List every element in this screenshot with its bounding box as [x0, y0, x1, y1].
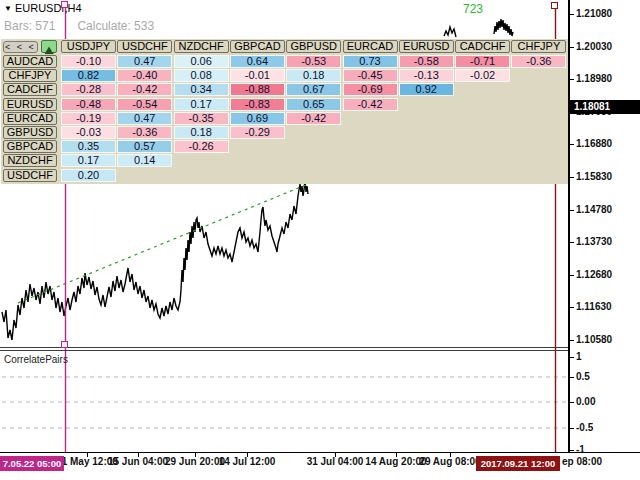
sub-axis-label: -0.5 [576, 422, 593, 433]
correlation-cell: -0.01 [230, 69, 285, 82]
correlation-cell: -0.03 [61, 126, 116, 139]
correlation-cell: 0.67 [286, 83, 341, 96]
correlation-cell: -0.10 [61, 55, 116, 68]
price-axis-label: 1.16880 [576, 138, 612, 149]
price-axis-label: 1.18980 [576, 73, 612, 84]
chart-icon [44, 45, 55, 55]
correlation-cell: -0.83 [230, 98, 285, 111]
matrix-nav-buttons[interactable]: < < < [3, 41, 38, 53]
correlation-cell: -0.36 [117, 126, 172, 139]
vline-anchor-handle[interactable] [61, 1, 68, 8]
correlation-cell: 0.57 [117, 140, 172, 153]
correlation-cell: -0.19 [61, 112, 116, 125]
time-axis-label: 14 Jul 12:00 [205, 456, 289, 467]
correlation-cell: 0.20 [61, 169, 116, 182]
matrix-row-label-nzdchf[interactable]: NZDCHF [3, 154, 57, 167]
matrix-column-header-cadchf[interactable]: CADCHF [455, 40, 510, 53]
correlation-cell: 0.47 [117, 112, 172, 125]
correlation-cell: 0.14 [117, 154, 172, 167]
correlation-cell: -0.02 [455, 69, 510, 82]
correlation-cell: 0.18 [174, 126, 229, 139]
price-axis-label: 1.12680 [576, 269, 612, 280]
mt4-chart-window: ▼EURUSDf,H4 Bars: 571Calculate: 533 723 … [0, 0, 640, 480]
correlation-cell: 0.69 [230, 112, 285, 125]
sub-axis-label: 0.5 [576, 371, 590, 382]
correlation-cell: -0.54 [117, 98, 172, 111]
correlation-cell: 0.17 [61, 154, 116, 167]
matrix-column-header-usdchf[interactable]: USDCHF [117, 40, 172, 53]
price-axis-label: 1.21080 [576, 8, 612, 19]
matrix-column-header-usdjpy[interactable]: USDJPY [61, 40, 116, 53]
matrix-column-header-eurcad[interactable]: EURCAD [343, 40, 398, 53]
calculate-count-label: Calculate: 533 [77, 19, 154, 33]
matrix-row-label-eurusd[interactable]: EURUSD [3, 98, 57, 111]
sub-axis-label: 0.00 [576, 396, 595, 407]
price-axis-label: 1.10580 [576, 334, 612, 345]
correlation-cell: -0.71 [455, 55, 510, 68]
correlation-cell: 0.73 [343, 55, 398, 68]
matrix-row-label-eurcad[interactable]: EURCAD [3, 112, 57, 125]
subwindow-divider[interactable] [0, 350, 568, 351]
right-vline-time-tag: 2017.09.21 12:00 [476, 456, 560, 471]
correlation-cell: -0.28 [61, 83, 116, 96]
correlation-cell: 0.17 [174, 98, 229, 111]
price-axis-label: 1.11630 [576, 301, 612, 312]
price-axis-label: 1.15830 [576, 171, 612, 182]
correlation-cell: -0.69 [343, 83, 398, 96]
chart-title: ▼EURUSDf,H4 [4, 2, 82, 14]
vline-anchor-handle[interactable] [551, 2, 558, 9]
correlation-cell: -0.42 [343, 98, 398, 111]
vline-anchor-handle[interactable] [61, 341, 68, 348]
matrix-row-label-audcad[interactable]: AUDCAD [3, 55, 57, 68]
symbol-timeframe-label: EURUSDf,H4 [15, 2, 82, 14]
price-axis-label: 1.13730 [576, 236, 612, 247]
subwindow-divider[interactable] [0, 347, 568, 348]
matrix-column-header-gbpusd[interactable]: GBPUSD [286, 40, 341, 53]
matrix-column-header-gbpcad[interactable]: GBPCAD [230, 40, 285, 53]
correlation-cell: -0.40 [117, 69, 172, 82]
time-axis-border [0, 452, 640, 453]
indicator-info-line: Bars: 571Calculate: 533 [4, 19, 176, 33]
matrix-column-header-chfjpy[interactable]: CHFJPY [511, 40, 566, 53]
matrix-row-label-cadchf[interactable]: CADCHF [3, 83, 57, 96]
price-series-peak [494, 19, 513, 36]
bars-count-label: Bars: 571 [4, 19, 55, 33]
price-axis-label: 1.20030 [576, 41, 612, 52]
correlation-cell: 0.65 [286, 98, 341, 111]
correlation-cell: -0.26 [174, 140, 229, 153]
price-series-peak [444, 27, 456, 37]
correlation-cell: 0.06 [174, 55, 229, 68]
correlation-cell: 0.64 [230, 55, 285, 68]
correlation-cell: -0.42 [286, 112, 341, 125]
correlation-cell: -0.53 [286, 55, 341, 68]
matrix-column-header-eurusd[interactable]: EURUSD [399, 40, 454, 53]
correlation-cell: -0.58 [399, 55, 454, 68]
price-axis-label: 1.14780 [576, 204, 612, 215]
correlation-cell: 0.34 [174, 83, 229, 96]
correlation-cell: 0.08 [174, 69, 229, 82]
matrix-row-label-gbpcad[interactable]: GBPCAD [3, 140, 57, 153]
left-vline-time-tag: 7.05.22 05:00 [0, 456, 64, 471]
sub-axis-label: 1 [576, 351, 582, 362]
matrix-row-label-usdchf[interactable]: USDCHF [3, 169, 57, 182]
correlation-cell: -0.36 [511, 55, 566, 68]
trend-line[interactable] [18, 184, 308, 303]
matrix-column-header-nzdchf[interactable]: NZDCHF [174, 40, 229, 53]
matrix-row-label-gbpusd[interactable]: GBPUSD [3, 126, 57, 139]
matrix-mode-button[interactable] [41, 40, 57, 53]
correlation-cell: -0.48 [61, 98, 116, 111]
correlation-cell: 0.18 [286, 69, 341, 82]
correlation-cell: 0.92 [399, 83, 454, 96]
time-axis-label: ep 08:00 [562, 456, 602, 467]
current-price-tag: 1.18081 [569, 100, 640, 114]
correlation-cell: 0.47 [117, 55, 172, 68]
correlation-cell: -0.29 [230, 126, 285, 139]
matrix-row-label-chfjpy[interactable]: CHFJPY [3, 69, 57, 82]
correlation-cell: -0.45 [343, 69, 398, 82]
subwindow-indicator-name: CorrelatePairs [4, 354, 68, 365]
chevron-down-icon[interactable]: ▼ [4, 4, 12, 13]
peak-value-label: 723 [463, 2, 483, 16]
correlation-cell: -0.13 [399, 69, 454, 82]
correlation-cell: -0.35 [174, 112, 229, 125]
correlation-cell: -0.42 [117, 83, 172, 96]
